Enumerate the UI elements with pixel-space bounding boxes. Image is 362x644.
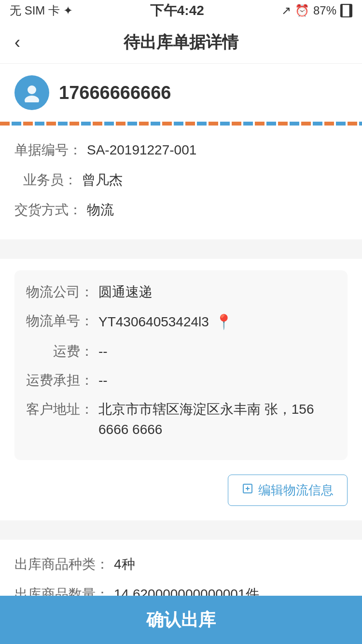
confirm-label: 确认出库 (146, 608, 216, 632)
edit-logistics-button[interactable]: 编辑物流信息 (228, 475, 348, 506)
document-no-label: 单据编号： (14, 140, 82, 160)
edit-logistics-label: 编辑物流信息 (258, 482, 334, 499)
delivery-method-row: 交货方式： 物流 (14, 200, 348, 220)
page-title: 待出库单据详情 (124, 31, 238, 54)
document-no-value: SA-20191227-001 (82, 140, 348, 160)
gray-divider-2 (0, 530, 362, 540)
delivery-method-value: 物流 (82, 200, 348, 220)
logistics-card: 物流公司： 圆通速递 物流单号： YT43064053424l3 📍 运费： -… (14, 270, 348, 460)
freight-label: 运费： (26, 341, 94, 362)
battery-level: 87% (313, 4, 336, 17)
gray-divider-1 (0, 249, 362, 259)
confirm-button[interactable]: 确认出库 (0, 596, 362, 644)
edit-logistics-container: 编辑物流信息 (0, 470, 362, 520)
tracking-no-row: 物流单号： YT43064053424l3 📍 (26, 311, 336, 333)
battery-icon: ▉ (340, 4, 352, 17)
logistics-section: 物流公司： 圆通速递 物流单号： YT43064053424l3 📍 运费： -… (0, 259, 362, 520)
status-time: 下午4:42 (150, 1, 204, 20)
alarm-icon: ⏰ (295, 4, 309, 17)
sales-person-value: 曾凡杰 (77, 170, 348, 190)
document-no-row: 单据编号： SA-20191227-001 (14, 140, 348, 160)
product-type-value: 4种 (109, 554, 348, 574)
freight-value: -- (94, 341, 336, 362)
freight-bearer-value: -- (94, 370, 336, 391)
map-pin-icon[interactable]: 📍 (215, 311, 233, 333)
customer-phone: 17666666666 (59, 83, 171, 103)
status-right: ↗ ⏰ 87% ▉ (281, 4, 352, 17)
tracking-no-value: YT43064053424l3 📍 (94, 311, 336, 333)
edit-icon (242, 483, 253, 498)
avatar (14, 75, 49, 110)
freight-bearer-label: 运费承担： (26, 370, 94, 391)
logistics-company-label: 物流公司： (26, 282, 94, 302)
address-label: 客户地址： (26, 399, 94, 420)
location-status-icon: ↗ (281, 4, 291, 17)
freight-row: 运费： -- (26, 341, 336, 362)
logistics-company-row: 物流公司： 圆通速递 (26, 282, 336, 302)
back-button[interactable]: ‹ (14, 32, 20, 53)
status-left: 无 SIM 卡 ✦ (10, 3, 73, 18)
tracking-no-label: 物流单号： (26, 311, 94, 331)
logistics-company-value: 圆通速递 (94, 282, 336, 302)
product-type-label: 出库商品种类： (14, 554, 109, 574)
delivery-method-label: 交货方式： (14, 200, 82, 220)
svg-point-0 (28, 85, 36, 94)
product-type-row: 出库商品种类： 4种 (14, 554, 348, 574)
sales-person-row: 业务员： 曾凡杰 (14, 170, 348, 190)
dashed-separator (0, 122, 362, 126)
sales-person-label: 业务员： (14, 170, 77, 190)
status-bar: 无 SIM 卡 ✦ 下午4:42 ↗ ⏰ 87% ▉ (0, 0, 362, 21)
nav-bar: ‹ 待出库单据详情 (0, 21, 362, 64)
freight-bearer-row: 运费承担： -- (26, 370, 336, 391)
address-row: 客户地址： 北京市市辖区海淀区永丰南 张，156 6666 6666 (26, 399, 336, 440)
svg-point-1 (25, 96, 39, 102)
sim-status: 无 SIM 卡 ✦ (10, 3, 73, 18)
address-value: 北京市市辖区海淀区永丰南 张，156 6666 6666 (94, 399, 336, 440)
basic-info-section: 单据编号： SA-20191227-001 业务员： 曾凡杰 交货方式： 物流 (0, 126, 362, 239)
customer-header: 17666666666 (0, 64, 362, 122)
